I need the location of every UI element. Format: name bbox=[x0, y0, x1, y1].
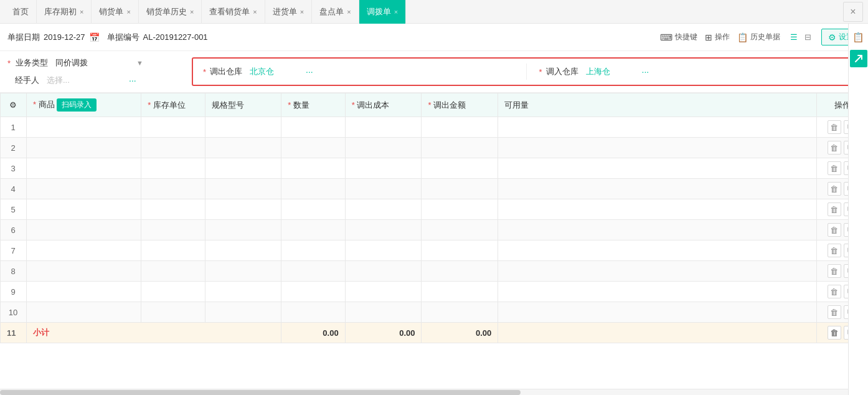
row-unit-cell[interactable] bbox=[141, 282, 205, 302]
row-unit-cell[interactable] bbox=[141, 220, 205, 240]
warehouse-in-value[interactable]: 上海仓 bbox=[586, 66, 636, 77]
row-cost-cell[interactable] bbox=[345, 261, 422, 282]
close-window-button[interactable]: × bbox=[843, 2, 863, 22]
row-cost-cell[interactable] bbox=[345, 199, 422, 220]
row-amount-cell[interactable] bbox=[422, 261, 498, 282]
row-delete-icon[interactable]: 🗑 bbox=[828, 202, 841, 216]
row-qty-cell[interactable] bbox=[281, 179, 345, 199]
row-product-cell[interactable] bbox=[26, 179, 141, 199]
row-delete-icon[interactable]: 🗑 bbox=[828, 264, 841, 278]
row-cost-cell[interactable] bbox=[345, 282, 422, 302]
row-amount-cell[interactable] bbox=[422, 158, 498, 179]
row-cost-cell[interactable] bbox=[345, 302, 422, 323]
row-qty-cell[interactable] bbox=[281, 282, 345, 302]
row-spec-cell[interactable] bbox=[205, 179, 281, 199]
history-button[interactable]: 📋 历史单据 bbox=[737, 32, 780, 42]
row-unit-cell[interactable] bbox=[141, 302, 205, 323]
row-product-cell[interactable] bbox=[26, 302, 141, 323]
row-spec-cell[interactable] bbox=[205, 302, 281, 323]
row-spec-cell[interactable] bbox=[205, 282, 281, 302]
operations-button[interactable]: ⊞ 操作 bbox=[705, 32, 730, 42]
scroll-thumb[interactable] bbox=[0, 390, 521, 395]
row-product-cell[interactable] bbox=[26, 261, 141, 282]
sidebar-link-icon[interactable] bbox=[850, 50, 867, 67]
layout-list-icon[interactable]: ☰ bbox=[788, 31, 800, 44]
row-qty-cell[interactable] bbox=[281, 199, 345, 220]
row-qty-cell[interactable] bbox=[281, 261, 345, 282]
row-delete-icon[interactable]: 🗑 bbox=[828, 223, 841, 237]
tab-sales-history-close[interactable]: × bbox=[190, 8, 194, 16]
row-delete-icon[interactable]: 🗑 bbox=[828, 120, 841, 134]
tab-sales[interactable]: 销货单 × bbox=[92, 0, 138, 24]
tab-view-sales-close[interactable]: × bbox=[253, 8, 257, 16]
tab-transfer-close[interactable]: × bbox=[394, 8, 398, 16]
row-spec-cell[interactable] bbox=[205, 220, 281, 240]
row-cost-cell[interactable] bbox=[345, 240, 422, 261]
row-cost-cell[interactable] bbox=[345, 179, 422, 199]
shortcut-button[interactable]: ⌨ 快捷键 bbox=[660, 32, 697, 42]
business-type-dropdown-icon[interactable]: ▼ bbox=[136, 59, 143, 67]
row-delete-icon[interactable]: 🗑 bbox=[828, 141, 841, 155]
row-product-cell[interactable] bbox=[26, 117, 141, 138]
row-product-cell[interactable] bbox=[26, 240, 141, 261]
row-spec-cell[interactable] bbox=[205, 240, 281, 261]
row-amount-cell[interactable] bbox=[422, 220, 498, 240]
business-type-value[interactable]: 同价调拨 bbox=[55, 57, 130, 69]
row-delete-icon[interactable]: 🗑 bbox=[828, 326, 841, 340]
sidebar-note-icon[interactable]: 📋 bbox=[850, 29, 867, 46]
row-unit-cell[interactable] bbox=[141, 261, 205, 282]
row-delete-icon[interactable]: 🗑 bbox=[828, 182, 841, 196]
tab-sales-history[interactable]: 销货单历史 × bbox=[139, 0, 202, 24]
row-unit-cell[interactable] bbox=[141, 138, 205, 158]
tab-stocktake-close[interactable]: × bbox=[347, 8, 351, 16]
row-qty-cell[interactable] bbox=[281, 138, 345, 158]
row-cost-cell[interactable] bbox=[345, 158, 422, 179]
warehouse-out-value[interactable]: 北京仓 bbox=[250, 66, 300, 77]
row-amount-cell[interactable] bbox=[422, 138, 498, 158]
row-qty-cell[interactable] bbox=[281, 220, 345, 240]
warehouse-out-more-icon[interactable]: ··· bbox=[306, 67, 313, 77]
row-amount-cell[interactable] bbox=[422, 282, 498, 302]
row-amount-cell[interactable] bbox=[422, 179, 498, 199]
row-qty-cell[interactable] bbox=[281, 117, 345, 138]
tab-purchase-close[interactable]: × bbox=[300, 8, 304, 16]
row-product-cell[interactable] bbox=[26, 282, 141, 302]
row-unit-cell[interactable] bbox=[141, 158, 205, 179]
row-product-cell[interactable] bbox=[26, 199, 141, 220]
row-spec-cell[interactable] bbox=[205, 261, 281, 282]
row-cost-cell[interactable] bbox=[345, 138, 422, 158]
row-cost-cell[interactable] bbox=[345, 117, 422, 138]
row-delete-icon[interactable]: 🗑 bbox=[828, 285, 841, 298]
row-product-cell[interactable] bbox=[26, 220, 141, 240]
row-qty-cell[interactable] bbox=[281, 158, 345, 179]
tab-inventory[interactable]: 库存期初 × bbox=[37, 0, 92, 24]
row-delete-icon[interactable]: 🗑 bbox=[828, 161, 841, 175]
col-settings[interactable]: ⚙ bbox=[1, 93, 27, 117]
row-amount-cell[interactable] bbox=[422, 117, 498, 138]
row-qty-cell[interactable] bbox=[281, 302, 345, 323]
tab-home[interactable]: 首页 bbox=[5, 0, 37, 24]
calendar-icon[interactable]: 📅 bbox=[89, 32, 100, 42]
row-spec-cell[interactable] bbox=[205, 158, 281, 179]
row-delete-icon[interactable]: 🗑 bbox=[828, 244, 841, 257]
row-spec-cell[interactable] bbox=[205, 117, 281, 138]
row-delete-icon[interactable]: 🗑 bbox=[828, 305, 841, 319]
col-settings-icon[interactable]: ⚙ bbox=[9, 100, 17, 110]
row-spec-cell[interactable] bbox=[205, 138, 281, 158]
row-unit-cell[interactable] bbox=[141, 117, 205, 138]
handler-input[interactable]: 选择... bbox=[47, 75, 121, 86]
row-amount-cell[interactable] bbox=[422, 302, 498, 323]
tab-transfer[interactable]: 调拨单 × bbox=[359, 0, 406, 24]
row-spec-cell[interactable] bbox=[205, 199, 281, 220]
date-value[interactable]: 2019-12-27 bbox=[44, 32, 85, 42]
row-unit-cell[interactable] bbox=[141, 179, 205, 199]
row-unit-cell[interactable] bbox=[141, 240, 205, 261]
row-unit-cell[interactable] bbox=[141, 199, 205, 220]
row-product-cell[interactable] bbox=[26, 158, 141, 179]
row-amount-cell[interactable] bbox=[422, 199, 498, 220]
row-amount-cell[interactable] bbox=[422, 240, 498, 261]
tab-inventory-close[interactable]: × bbox=[80, 8, 83, 16]
tab-sales-close[interactable]: × bbox=[126, 8, 130, 16]
row-cost-cell[interactable] bbox=[345, 220, 422, 240]
row-qty-cell[interactable] bbox=[281, 240, 345, 261]
